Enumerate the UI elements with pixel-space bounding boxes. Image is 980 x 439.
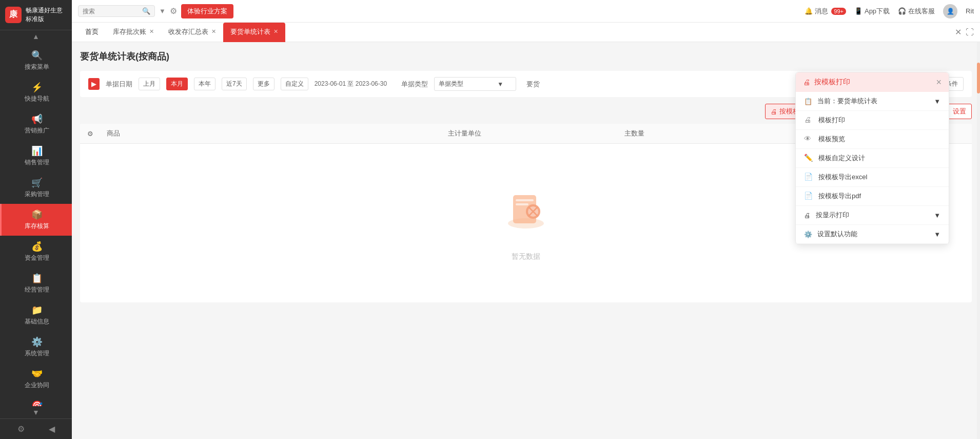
vertical-scrollbar[interactable]	[977, 42, 980, 439]
topbar: 🔍 ▼ ⚙ 体验行业方案 🔔 消息 99+ 📱 App下载 🎧 在线客服 👤 R…	[72, 0, 980, 23]
filter-expand-btn[interactable]: ▶	[88, 78, 100, 90]
tab-order-stats-label: 要货单统计表	[230, 27, 270, 36]
search-input[interactable]	[83, 8, 139, 15]
page-title: 要货单统计表(按商品)	[80, 50, 972, 63]
settings-col-icon[interactable]: ⚙	[87, 130, 93, 138]
col-check: ⚙	[80, 125, 101, 143]
logo-icon: 康	[5, 7, 22, 23]
tab-batch-account-close[interactable]: ✕	[149, 28, 154, 35]
tab-order-stats[interactable]: 要货单统计表 ✕	[223, 23, 285, 42]
sidebar-basic-label: 基础信息	[25, 317, 49, 326]
search-icon: 🔍	[142, 7, 150, 15]
sidebar-item-search[interactable]: 🔍搜索菜单	[0, 45, 72, 77]
settings-btn[interactable]: 设置	[947, 104, 972, 119]
tab-order-stats-close[interactable]: ✕	[273, 28, 278, 35]
sidebar-scroll-up[interactable]: ▲	[0, 30, 72, 43]
collapse-icon[interactable]: ◀	[49, 424, 55, 434]
col-qty: 主数量	[618, 124, 795, 143]
gear-icon[interactable]: ⚙	[170, 6, 177, 16]
template-custom-label: 模板自定义设计	[818, 154, 865, 163]
sidebar-system-icon: ⚙️	[31, 336, 43, 348]
sidebar-marketing-icon: 📢	[31, 113, 43, 125]
date-btn-this-month[interactable]: 本月	[166, 78, 188, 90]
set-default-item[interactable]: ⚙️ 设置默认功能 ▼	[796, 225, 949, 244]
display-print-icon: 🖨	[804, 212, 811, 219]
display-print-item[interactable]: 🖨 按显示打印 ▼	[796, 206, 949, 225]
type-select[interactable]: 单据类型 ▼	[434, 77, 516, 91]
sidebar-scroll-down[interactable]: ▼	[0, 406, 72, 418]
sidebar-item-operation[interactable]: 📋经营管理	[0, 268, 72, 299]
display-print-arrow: ▼	[934, 212, 940, 219]
sidebar-menu: 🔍搜索菜单⚡快捷导航📢营销推广📊销售管理🛒采购管理📦库存核算💰资金管理📋经营管理…	[0, 43, 72, 406]
order-label: 要货	[526, 80, 540, 89]
online-service-item[interactable]: 🎧 在线客服	[898, 7, 935, 16]
sidebar-collab-icon: 🤝	[31, 368, 43, 379]
dropdown-close-btn[interactable]: ×	[936, 78, 942, 87]
tab-batch-account[interactable]: 库存批次账 ✕	[106, 23, 161, 42]
industry-btn[interactable]: 体验行业方案	[181, 4, 233, 18]
dropdown-item-template-pdf[interactable]: 📄 按模板导出pdf	[796, 187, 949, 206]
printer-icon: 🖨	[771, 108, 777, 116]
scrollbar-thumb[interactable]	[977, 63, 980, 93]
tab-receipt-summary[interactable]: 收发存汇总表 ✕	[161, 23, 223, 42]
sidebar-item-sales[interactable]: 📊销售管理	[0, 140, 72, 172]
tab-receipt-summary-close[interactable]: ✕	[211, 28, 216, 35]
sidebar-inventory-icon: 📦	[31, 209, 43, 220]
online-service-label: 在线客服	[908, 7, 935, 16]
settings-footer-icon[interactable]: ⚙	[17, 424, 25, 434]
current-template-icon: 📋	[804, 98, 812, 105]
empty-icon	[500, 185, 552, 246]
app-download-item[interactable]: 📱 App下载	[854, 7, 890, 16]
sidebar-item-collab[interactable]: 🤝企业协同	[0, 363, 72, 395]
phone-icon: 📱	[854, 7, 863, 15]
date-btn-this-year[interactable]: 本年	[194, 78, 215, 90]
sidebar-item-inventory[interactable]: 📦库存核算	[0, 204, 72, 236]
sidebar-item-purchase[interactable]: 🛒采购管理	[0, 172, 72, 204]
sidebar-collab-label: 企业协同	[25, 381, 49, 390]
date-btn-7days[interactable]: 近7天	[222, 78, 247, 90]
tab-receipt-summary-label: 收发存汇总表	[168, 27, 208, 36]
tab-batch-account-label: 库存批次账	[113, 27, 146, 36]
sidebar-finance-icon: 💰	[31, 241, 43, 252]
sidebar-search-label: 搜索菜单	[25, 63, 49, 71]
tab-home[interactable]: 首页	[78, 23, 106, 42]
display-print-label: 按显示打印	[816, 211, 849, 220]
dropdown-header: 🖨 按模板打印 ×	[796, 72, 949, 92]
tab-close-all-icon[interactable]: ✕	[955, 27, 962, 37]
print-template-dropdown: 🖨 按模板打印 × 📋 当前：要货单统计表 ▼ 🖨 模板打印 👁 模板预览	[795, 72, 949, 244]
notifications-label: 消息	[815, 7, 828, 16]
date-btn-custom[interactable]: 自定义	[281, 78, 308, 90]
sidebar-operation-label: 经营管理	[25, 285, 49, 294]
template-pdf-label: 按模板导出pdf	[818, 192, 861, 201]
app-download-label: App下载	[865, 7, 890, 16]
sidebar-item-finance[interactable]: 💰资金管理	[0, 236, 72, 268]
date-btn-last-month[interactable]: 上月	[139, 78, 160, 90]
dropdown-item-template-excel[interactable]: 📄 按模板导出excel	[796, 168, 949, 187]
template-custom-icon: ✏️	[804, 154, 813, 163]
sidebar-logo: 康 畅康通好生意 标准版	[0, 0, 72, 30]
sidebar-item-marketing[interactable]: 📢营销推广	[0, 108, 72, 140]
sidebar-item-system[interactable]: ⚙️系统管理	[0, 331, 72, 363]
dropdown-item-template-preview[interactable]: 👁 模板预览	[796, 130, 949, 149]
sidebar-purchase-label: 采购管理	[25, 190, 49, 199]
notifications-item[interactable]: 🔔 消息 99+	[805, 7, 846, 16]
date-btn-more[interactable]: 更多	[253, 78, 275, 90]
sidebar-search-icon: 🔍	[31, 50, 43, 61]
template-preview-label: 模板预览	[818, 135, 845, 144]
sidebar-system-label: 系统管理	[25, 349, 49, 358]
dropdown-item-template-print[interactable]: 🖨 模板打印	[796, 111, 949, 130]
current-template-item[interactable]: 📋 当前：要货单统计表 ▼	[796, 92, 949, 111]
dropdown-item-template-custom[interactable]: ✏️ 模板自定义设计	[796, 149, 949, 168]
set-default-icon: ⚙️	[804, 231, 812, 238]
avatar[interactable]: 👤	[943, 4, 957, 18]
type-select-value: 单据类型	[439, 80, 463, 88]
sidebar-inventory-label: 库存核算	[25, 222, 49, 231]
sidebar-item-newbie[interactable]: 🎯新手引导	[0, 395, 72, 406]
set-default-left: ⚙️ 设置默认功能	[804, 230, 857, 239]
dropdown-arrow-icon[interactable]: ▼	[159, 7, 166, 15]
tab-expand-icon[interactable]: ⛶	[966, 28, 974, 37]
sidebar-purchase-icon: 🛒	[31, 177, 43, 188]
sidebar-item-shortcut[interactable]: ⚡快捷导航	[0, 77, 72, 108]
sidebar: 康 畅康通好生意 标准版 ▲ 🔍搜索菜单⚡快捷导航📢营销推广📊销售管理🛒采购管理…	[0, 0, 72, 439]
sidebar-item-basic[interactable]: 📁基础信息	[0, 299, 72, 331]
